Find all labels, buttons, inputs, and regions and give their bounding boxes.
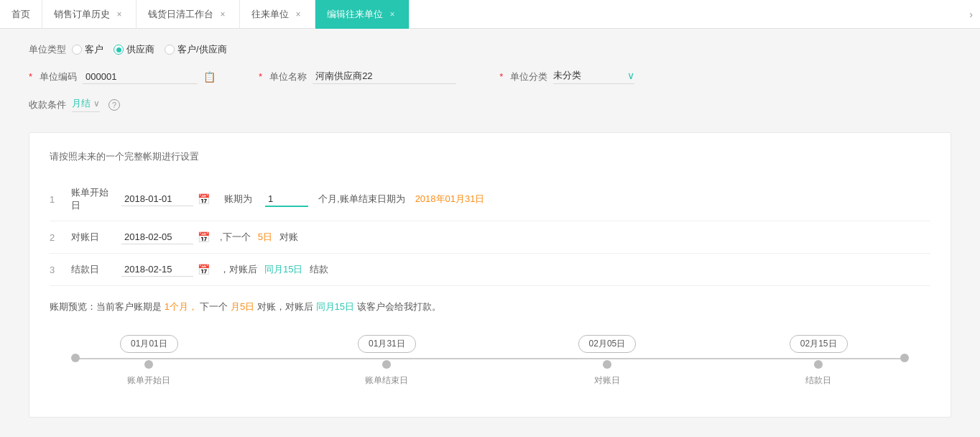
panel-hint: 请按照未来的一个完整帐期进行设置 (50, 150, 930, 163)
payment-terms-select[interactable]: 月结 ∨ (72, 97, 100, 112)
form-section: 单位类型 客户 供应商 客户/供应商 (29, 43, 951, 418)
preview-after: 对账，对账后 (257, 301, 313, 312)
preview-section: 账期预览：当前客户账期是 1个月， 下一个 月5日 对账，对账后 同月15日 该… (50, 300, 930, 313)
date-input-wrap-3: 📅 (121, 262, 210, 277)
radio-customer[interactable]: 客户 (72, 43, 103, 56)
payment-terms-arrow: ∨ (93, 98, 100, 109)
tl-dot-1 (144, 360, 153, 369)
form-row-payment: 收款条件 月结 ∨ ? (29, 97, 951, 112)
radio-customer-label: 客户 (85, 43, 103, 56)
tl-label-1: 账单开始日 (127, 374, 170, 387)
tl-node-3: 02月05日 对账日 (578, 335, 637, 387)
form-row-unit-type: 单位类型 客户 供应商 客户/供应商 (29, 43, 951, 56)
row-title-2: 对账日 (71, 231, 114, 244)
tab-cash-work-label: 钱货日清工作台 (148, 8, 213, 21)
tl-label-3: 对账日 (594, 374, 620, 387)
payment-desc-suffix: 结款 (310, 263, 328, 276)
radio-supplier-label: 供应商 (126, 43, 154, 56)
tl-label-4: 结款日 (805, 374, 831, 387)
unit-category-dropdown-icon: ∨ (627, 70, 634, 81)
tl-pill-4: 02月15日 (790, 335, 848, 353)
tab-edit-contacts-label: 编辑往来单位 (327, 8, 383, 21)
tl-dot-2 (382, 360, 391, 369)
tab-edit-contacts-close[interactable]: × (387, 9, 397, 19)
date-input-wrap-2: 📅 (121, 230, 210, 244)
preview-day: 月5日 (231, 301, 254, 312)
unit-category-select[interactable]: 未分类 ∨ (553, 69, 634, 84)
timeline-container: 01月01日 账单开始日 01月31日 账单结束日 (50, 335, 930, 400)
tab-contacts-close[interactable]: × (293, 9, 303, 19)
tl-dot-3 (603, 360, 611, 369)
tl-node-2: 01月31日 账单结束日 (358, 335, 416, 387)
radio-both-label: 客户/供应商 (177, 43, 227, 56)
tabs-arrow[interactable]: › (962, 9, 980, 20)
row-num-3: 3 (50, 264, 64, 275)
preview-prefix: 账期预览：当前客户账期是 (50, 301, 162, 312)
row-num-1: 1 (50, 194, 64, 205)
payment-terms-value: 月结 (72, 97, 91, 110)
start-date-input[interactable] (121, 192, 193, 206)
row-num-2: 2 (50, 232, 64, 243)
unit-code-star: * (29, 71, 32, 82)
tl-node-1: 01月01日 账单开始日 (120, 335, 178, 387)
payment-terms-group: 收款条件 月结 ∨ ? (29, 97, 120, 112)
tab-edit-contacts[interactable]: 编辑往来单位 × (315, 0, 410, 29)
cal-icon-1[interactable]: 📅 (198, 193, 210, 205)
timeline-left-dot (71, 354, 80, 362)
tab-cash-work-close[interactable]: × (218, 9, 228, 19)
tab-cash-work[interactable]: 钱货日清工作台 × (137, 0, 240, 29)
help-icon[interactable]: ? (108, 99, 120, 111)
tl-pill-3: 02月05日 (578, 335, 637, 353)
preview-pay: 同月15日 (316, 301, 354, 312)
tab-sales-order[interactable]: 销售订单历史 × (42, 0, 137, 29)
payment-date-input[interactable] (121, 262, 193, 277)
tab-sales-order-close[interactable]: × (114, 9, 124, 19)
billing-row-3: 3 结款日 📅 ，对账后 同月15日 结款 (50, 254, 930, 286)
preview-months: 1个月， (165, 301, 198, 312)
unit-type-group: 单位类型 客户 供应商 客户/供应商 (29, 43, 227, 56)
reconcile-date-input[interactable] (121, 230, 193, 244)
unit-name-label: 单位名称 (269, 70, 307, 83)
billing-row-2: 2 对账日 📅 ,下一个 5日 对账 (50, 221, 930, 254)
unit-category-star: * (499, 71, 503, 82)
payment-desc-highlight: 同月15日 (264, 263, 302, 276)
page-content: 单位类型 客户 供应商 客户/供应商 (0, 29, 980, 437)
radio-supplier[interactable]: 供应商 (114, 43, 154, 56)
unit-category-label: 单位分类 (510, 70, 547, 83)
radio-both-circle (165, 45, 175, 55)
unit-name-star: * (259, 71, 262, 82)
radio-both[interactable]: 客户/供应商 (165, 43, 227, 56)
radio-customer-circle (72, 45, 82, 55)
radio-group: 客户 供应商 客户/供应商 (72, 43, 227, 56)
preview-end: 该客户会给我打款。 (357, 301, 441, 312)
preview-middle: 下一个 (200, 301, 228, 312)
cal-icon-3[interactable]: 📅 (198, 264, 210, 275)
unit-code-group: * 单位编码 📋 (29, 70, 216, 84)
tab-contacts[interactable]: 往来单位 × (240, 0, 315, 29)
period-value-input[interactable] (265, 192, 308, 207)
timeline-line (78, 358, 902, 359)
period-unit: 个月,账单结束日期为 (318, 193, 405, 206)
reconcile-desc-prefix: ,下一个 (220, 231, 251, 244)
unit-type-label: 单位类型 (29, 43, 66, 56)
tl-pill-2: 01月31日 (358, 335, 416, 353)
unit-code-icon[interactable]: 📋 (203, 71, 216, 83)
unit-code-input[interactable] (83, 70, 198, 84)
unit-name-input[interactable] (313, 70, 456, 84)
form-row-fields: * 单位编码 📋 * 单位名称 * 单位分类 未分类 ∨ (29, 69, 951, 84)
tabs-bar: 首页 销售订单历史 × 钱货日清工作台 × 往来单位 × 编辑往来单位 × › (0, 0, 980, 29)
tab-sales-order-label: 销售订单历史 (54, 8, 110, 21)
tl-node-4: 02月15日 结款日 (790, 335, 848, 387)
timeline-right-dot (900, 354, 909, 362)
unit-code-label: 单位编码 (40, 70, 77, 83)
unit-name-group: * 单位名称 (259, 70, 456, 84)
tl-pill-1: 01月01日 (120, 335, 178, 353)
cal-icon-2[interactable]: 📅 (198, 231, 210, 243)
tab-home[interactable]: 首页 (0, 0, 42, 29)
radio-supplier-circle (114, 45, 124, 55)
billing-panel: 请按照未来的一个完整帐期进行设置 1 账单开始日 📅 账期为 个月,账单结束日期… (29, 132, 951, 418)
date-input-wrap-1: 📅 (121, 192, 210, 206)
tl-label-2: 账单结束日 (365, 374, 408, 387)
period-end-date: 2018年01月31日 (415, 193, 485, 206)
row-title-3: 结款日 (71, 263, 114, 276)
